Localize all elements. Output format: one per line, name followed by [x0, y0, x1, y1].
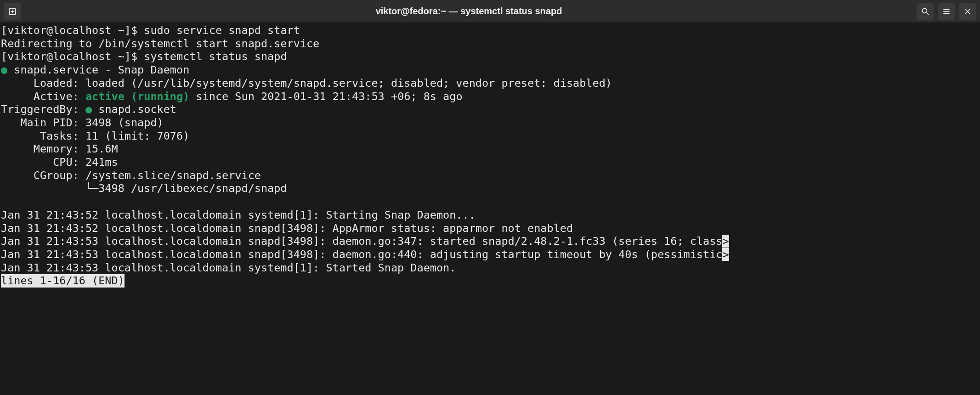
- status-dot-icon: ●: [1, 63, 7, 76]
- pager-status: lines 1-16/16 (END): [1, 274, 125, 288]
- shell-prompt: [viktor@localhost ~]$: [1, 50, 144, 63]
- log-line: Jan 31 21:43:53 localhost.localdomain sn…: [1, 248, 722, 261]
- log-line: Jan 31 21:43:52 localhost.localdomain sy…: [1, 209, 476, 221]
- tasks-line: Tasks: 11 (limit: 7076): [1, 130, 189, 142]
- cgroup-tree-line: └─3498 /usr/libexec/snapd/snapd: [1, 182, 287, 195]
- svg-point-3: [922, 8, 927, 13]
- truncation-indicator-icon: >: [722, 235, 729, 248]
- cpu-line: CPU: 241ms: [1, 156, 118, 169]
- search-button[interactable]: [917, 3, 934, 20]
- hamburger-icon: [942, 7, 951, 16]
- active-status: active (running): [85, 90, 189, 103]
- service-header: snapd.service - Snap Daemon: [7, 63, 189, 76]
- active-label: Active:: [1, 90, 85, 103]
- search-icon: [921, 7, 930, 16]
- cgroup-line: CGroup: /system.slice/snapd.service: [1, 169, 261, 182]
- command-text: systemctl status snapd: [144, 50, 287, 63]
- terminal-output[interactable]: [viktor@localhost ~]$ sudo service snapd…: [0, 23, 980, 288]
- output-line: Redirecting to /bin/systemctl start snap…: [1, 37, 319, 50]
- log-line: Jan 31 21:43:53 localhost.localdomain sy…: [1, 261, 456, 274]
- new-tab-icon: [8, 7, 17, 16]
- triggered-label: TriggeredBy:: [1, 103, 85, 116]
- status-dot-icon: ●: [85, 103, 92, 116]
- command-text: sudo service snapd start: [144, 24, 300, 37]
- triggered-value: snapd.socket: [92, 103, 176, 116]
- close-button[interactable]: [959, 3, 976, 20]
- menu-button[interactable]: [938, 3, 955, 20]
- memory-line: Memory: 15.6M: [1, 142, 118, 155]
- titlebar: viktor@fedora:~ — systemctl status snapd: [0, 0, 980, 23]
- shell-prompt: [viktor@localhost ~]$: [1, 24, 144, 37]
- svg-line-4: [927, 12, 929, 15]
- close-icon: [963, 7, 972, 16]
- log-line: Jan 31 21:43:52 localhost.localdomain sn…: [1, 222, 573, 235]
- active-since: since Sun 2021-01-31 21:43:53 +06; 8s ag…: [189, 90, 462, 103]
- log-line: Jan 31 21:43:53 localhost.localdomain sn…: [1, 235, 722, 248]
- truncation-indicator-icon: >: [722, 248, 729, 261]
- new-tab-button[interactable]: [4, 3, 21, 20]
- window-title: viktor@fedora:~ — systemctl status snapd: [21, 6, 917, 17]
- mainpid-line: Main PID: 3498 (snapd): [1, 116, 164, 129]
- loaded-line: Loaded: loaded (/usr/lib/systemd/system/…: [1, 77, 612, 90]
